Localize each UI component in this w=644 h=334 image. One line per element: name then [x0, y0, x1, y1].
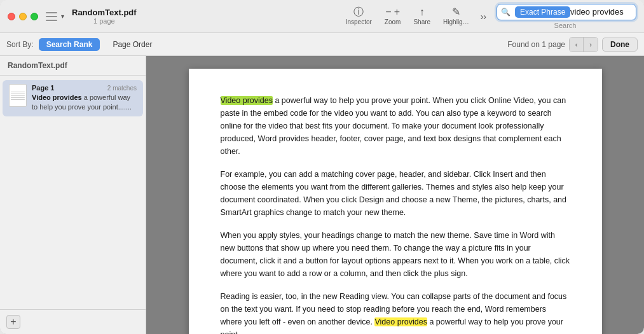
inspector-icon: ⓘ — [353, 7, 364, 17]
pdf-area[interactable]: Video provides a powerful way to help yo… — [146, 56, 644, 334]
highlight-1: Video provides — [221, 96, 273, 105]
prev-result-button[interactable]: ‹ — [570, 38, 584, 52]
sidebar-bottom: + — [0, 309, 146, 334]
highlight-icon: ✎ — [452, 7, 460, 17]
fullscreen-button[interactable] — [31, 13, 38, 20]
chevron-down-icon: ▾ — [61, 13, 64, 20]
close-button[interactable] — [8, 13, 15, 20]
minimize-button[interactable] — [19, 13, 27, 20]
sidebar-preview: Video provides a powerful way to help yo… — [32, 93, 137, 113]
file-subtitle: 1 page — [93, 17, 115, 25]
navigation-buttons: ‹ › — [569, 37, 598, 52]
sidebar-result-item[interactable]: Page 1 2 matches Video provides a powerf… — [3, 80, 143, 116]
pdf-paragraph-4: Reading is easier, too, in the new Readi… — [221, 290, 570, 334]
sidebar-preview-bold: Video provides — [32, 94, 82, 101]
share-icon: ↑ — [420, 7, 425, 17]
main-window: ▾ RandomText.pdf 1 page ⓘ Inspector −+ Z… — [0, 0, 644, 334]
sidebar-item-header: Page 1 2 matches — [32, 84, 137, 92]
inspector-button[interactable]: ⓘ Inspector — [341, 4, 377, 28]
toolbar: ⓘ Inspector −+ Zoom ↑ Share ✎ Highlig… ›… — [341, 4, 490, 28]
pdf-paragraph-1: Video provides a powerful way to help yo… — [221, 94, 570, 158]
file-title: RandomText.pdf — [72, 8, 137, 17]
add-button[interactable]: + — [6, 315, 20, 329]
sidebar: RandomText.pdf Page 1 — [0, 56, 146, 334]
sidebar-toggle-button[interactable] — [46, 12, 57, 21]
main-area: RandomText.pdf Page 1 — [0, 56, 644, 334]
done-button[interactable]: Done — [602, 38, 638, 52]
zoom-icon: −+ — [385, 7, 400, 17]
sidebar-matches: 2 matches — [107, 85, 137, 92]
sidebar-header: RandomText.pdf — [0, 56, 146, 76]
pdf-paragraph-2: For example, you can add a matching cove… — [221, 168, 570, 219]
file-info: RandomText.pdf 1 page — [72, 8, 137, 25]
sort-right: Found on 1 page ‹ › Done — [507, 37, 638, 52]
search-label: Search — [554, 22, 577, 29]
search-bar[interactable]: 🔍 Exact Phrase ✕ — [497, 4, 636, 20]
pdf-paragraph-3: When you apply styles, your headings cha… — [221, 229, 570, 280]
pdf-page: Video provides a powerful way to help yo… — [189, 69, 602, 334]
next-result-button[interactable]: › — [584, 38, 598, 52]
found-text: Found on 1 page — [507, 40, 565, 49]
sidebar-item-content: Page 1 2 matches Video provides a powerf… — [32, 84, 137, 113]
share-button[interactable]: ↑ Share — [408, 4, 435, 28]
traffic-lights — [8, 13, 38, 20]
titlebar: ▾ RandomText.pdf 1 page ⓘ Inspector −+ Z… — [0, 0, 644, 33]
sort-bar: Sort By: Search Rank Page Order Found on… — [0, 33, 644, 56]
view-controls: ▾ — [46, 12, 64, 21]
sidebar-results: Page 1 2 matches Video provides a powerf… — [0, 76, 146, 121]
page-order-button[interactable]: Page Order — [105, 38, 160, 51]
sidebar-page-label: Page 1 — [32, 84, 54, 92]
more-tools-button[interactable]: ›› — [477, 9, 490, 24]
sort-by-label: Sort By: — [6, 40, 34, 49]
highlight-2: Video provides — [374, 317, 427, 326]
search-rank-button[interactable]: Search Rank — [39, 38, 100, 51]
exact-phrase-badge[interactable]: Exact Phrase — [515, 6, 570, 18]
zoom-button[interactable]: −+ Zoom — [380, 4, 406, 28]
highlight-button[interactable]: ✎ Highlig… — [438, 4, 474, 28]
search-icon: 🔍 — [501, 8, 510, 17]
page-thumbnail — [9, 84, 27, 107]
